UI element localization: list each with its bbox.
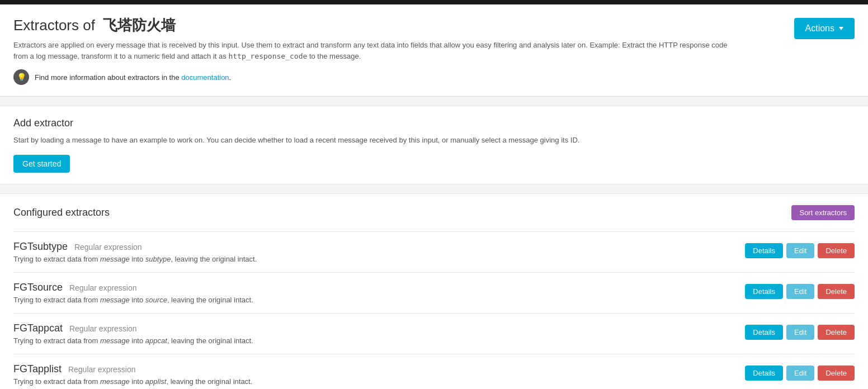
extractor-name-2: FGTappcat [13,322,63,334]
extractor-name-1: FGTsource [13,282,63,293]
page-description: Extractors are applied on every message … [13,40,740,61]
title-chinese: 飞塔防火墙 [103,17,176,34]
title-prefix: Extractors of [13,17,95,34]
extractor-desc-3: Trying to extract data from message into… [13,377,734,386]
extractor-type-1: Regular expression [69,283,137,292]
page-header: Extractors of 飞塔防火墙 Extractors are appli… [0,4,868,97]
configured-header: Configured extractors Sort extractors [13,205,855,220]
extractor-desc-2: Trying to extract data from message into… [13,336,734,345]
extractor-actions-3: Details Edit Delete [745,366,855,381]
add-extractor-section: Add extractor Start by loading a message… [0,106,868,184]
extractor-item-3: FGTapplist Regular expression Trying to … [13,354,855,390]
extractor-name-3: FGTapplist [13,363,62,374]
get-started-button[interactable]: Get started [13,155,70,173]
top-bar [0,0,868,4]
details-button-1[interactable]: Details [745,284,783,299]
extractor-info-0: FGTsubtype Regular expression Trying to … [13,241,734,263]
extractor-item-2: FGTappcat Regular expression Trying to e… [13,313,855,354]
sort-extractors-button[interactable]: Sort extractors [791,205,855,220]
add-extractor-title: Add extractor [13,117,855,129]
extractor-info-2: FGTappcat Regular expression Trying to e… [13,322,734,345]
delete-button-0[interactable]: Delete [818,243,855,258]
edit-button-0[interactable]: Edit [786,243,814,258]
extractor-type-2: Regular expression [69,324,137,333]
details-button-0[interactable]: Details [745,243,783,258]
extractor-actions-1: Details Edit Delete [745,284,855,299]
extractor-type-0: Regular expression [74,243,142,252]
info-box: 💡 Find more information about extractors… [13,69,855,85]
page-title: Extractors of 飞塔防火墙 [13,16,855,35]
delete-button-1[interactable]: Delete [818,284,855,299]
delete-button-2[interactable]: Delete [818,325,855,340]
extractor-name-0: FGTsubtype [13,241,68,252]
details-button-3[interactable]: Details [745,366,783,381]
extractor-actions-0: Details Edit Delete [745,243,855,258]
configured-section: Configured extractors Sort extractors FG… [0,193,868,390]
extractor-info-1: FGTsource Regular expression Trying to e… [13,282,734,304]
bulb-icon: 💡 [13,69,29,85]
info-text: Find more information about extractors i… [35,73,180,82]
add-extractor-subtitle: Start by loading a message to have an ex… [13,135,855,146]
details-button-2[interactable]: Details [745,325,783,340]
extractor-item-0: FGTsubtype Regular expression Trying to … [13,231,855,272]
extractor-actions-2: Details Edit Delete [745,325,855,340]
extractor-desc-1: Trying to extract data from message into… [13,296,734,304]
edit-button-1[interactable]: Edit [786,284,814,299]
configured-title: Configured extractors [13,207,110,219]
edit-button-3[interactable]: Edit [786,366,814,381]
documentation-link[interactable]: documentation [181,73,229,82]
caret-icon [839,27,843,30]
edit-button-2[interactable]: Edit [786,325,814,340]
delete-button-3[interactable]: Delete [818,366,855,381]
extractor-desc-0: Trying to extract data from message into… [13,255,734,263]
extractor-item-1: FGTsource Regular expression Trying to e… [13,272,855,313]
actions-button[interactable]: Actions [794,18,855,39]
extractor-info-3: FGTapplist Regular expression Trying to … [13,363,734,386]
extractor-type-3: Regular expression [68,365,136,374]
